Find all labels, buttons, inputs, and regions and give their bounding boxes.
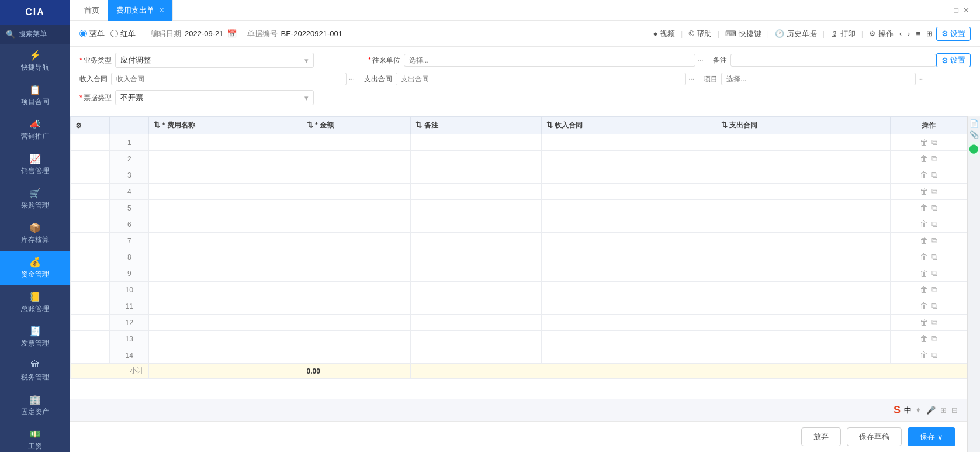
cell-name-4[interactable] — [149, 184, 302, 200]
col-remark[interactable]: ⇅ 备注 — [411, 117, 542, 134]
cell-income-10[interactable] — [542, 282, 716, 298]
rs-note-icon[interactable]: 📄 — [969, 119, 979, 128]
cell-remark-2[interactable] — [411, 151, 542, 167]
delete-icon-10[interactable]: 🗑 — [920, 285, 928, 295]
sidebar-item-capital[interactable]: 💰资金管理 — [0, 251, 70, 285]
cell-amount-10[interactable] — [302, 282, 411, 298]
cell-expense-1[interactable] — [716, 134, 891, 151]
tab-expense-close[interactable]: ✕ — [159, 6, 164, 14]
copy-icon-7[interactable]: ⧉ — [931, 236, 937, 246]
sidebar-item-project-contract[interactable]: 📋项目合同 — [0, 78, 70, 113]
cell-name-14[interactable] — [149, 347, 302, 364]
copy-icon-3[interactable]: ⧉ — [931, 170, 937, 180]
cell-expense-7[interactable] — [716, 233, 891, 249]
cell-amount-11[interactable] — [302, 298, 411, 315]
cell-expense-3[interactable] — [716, 167, 891, 184]
cell-expense-11[interactable] — [716, 298, 891, 315]
copy-icon-9[interactable]: ⧉ — [931, 268, 937, 278]
project-input[interactable] — [721, 73, 916, 85]
cell-income-5[interactable] — [542, 200, 716, 216]
print-btn[interactable]: 🖨 打印 — [830, 29, 856, 39]
delete-icon-4[interactable]: 🗑 — [920, 187, 928, 196]
col-name[interactable]: ⇅ * 费用名称 — [149, 117, 302, 134]
cell-income-6[interactable] — [542, 216, 716, 233]
cell-remark-11[interactable] — [411, 298, 542, 315]
partner-input[interactable] — [404, 54, 695, 67]
cell-name-12[interactable] — [149, 315, 302, 331]
copy-icon-4[interactable]: ⧉ — [931, 187, 937, 196]
invoice-type-select[interactable]: 不开票 ▾ — [115, 90, 314, 105]
expense-dots[interactable]: ··· — [688, 75, 694, 83]
cell-remark-13[interactable] — [411, 331, 542, 347]
cell-amount-14[interactable] — [302, 347, 411, 364]
cell-remark-6[interactable] — [411, 216, 542, 233]
cell-expense-2[interactable] — [716, 151, 891, 167]
cell-expense-12[interactable] — [716, 315, 891, 331]
delete-icon-11[interactable]: 🗑 — [920, 301, 928, 311]
rs-attach-icon[interactable]: 📎 — [969, 130, 979, 139]
footer-icon-4[interactable]: ⊟ — [951, 406, 958, 415]
help-btn[interactable]: © 帮助 — [688, 29, 711, 39]
cell-remark-1[interactable] — [411, 134, 542, 151]
history-btn[interactable]: 🕐 历史单据 — [775, 29, 817, 39]
setting-btn[interactable]: ⚙ 设置 — [936, 27, 971, 41]
cell-remark-14[interactable] — [411, 347, 542, 364]
col-setting[interactable]: ⚙ — [71, 117, 110, 134]
close-icon[interactable]: ✕ — [963, 6, 969, 15]
cell-name-2[interactable] — [149, 151, 302, 167]
cell-expense-5[interactable] — [716, 200, 891, 216]
cell-expense-8[interactable] — [716, 249, 891, 265]
delete-icon-8[interactable]: 🗑 — [920, 252, 928, 262]
copy-icon-5[interactable]: ⧉ — [931, 203, 937, 213]
cell-remark-4[interactable] — [411, 184, 542, 200]
income-dots[interactable]: ··· — [349, 75, 355, 83]
cell-expense-10[interactable] — [716, 282, 891, 298]
income-contract-input[interactable] — [111, 73, 347, 85]
cell-name-11[interactable] — [149, 298, 302, 315]
cell-amount-13[interactable] — [302, 331, 411, 347]
sidebar-item-tax[interactable]: 🏛税务管理 — [0, 354, 70, 388]
cell-expense-6[interactable] — [716, 216, 891, 233]
delete-icon-1[interactable]: 🗑 — [920, 137, 928, 147]
cell-amount-12[interactable] — [302, 315, 411, 331]
sidebar-item-marketing[interactable]: 📣营销推广 — [0, 113, 70, 147]
shortcuts-btn[interactable]: ⌨ 快捷键 — [725, 29, 761, 39]
cell-expense-9[interactable] — [716, 265, 891, 282]
cell-expense-13[interactable] — [716, 331, 891, 347]
cell-name-13[interactable] — [149, 331, 302, 347]
more-btn[interactable]: ⚙ 操作 — [869, 29, 894, 39]
cell-remark-12[interactable] — [411, 315, 542, 331]
cell-amount-1[interactable] — [302, 134, 411, 151]
sidebar-item-quick-nav[interactable]: ⚡快捷导航 — [0, 44, 70, 78]
tab-home[interactable]: 首页 — [76, 0, 108, 21]
cell-remark-8[interactable] — [411, 249, 542, 265]
cell-amount-3[interactable] — [302, 167, 411, 184]
delete-icon-12[interactable]: 🗑 — [920, 318, 928, 327]
copy-icon-2[interactable]: ⧉ — [931, 154, 937, 164]
footer-icon-3[interactable]: ⊞ — [940, 406, 947, 415]
cell-income-13[interactable] — [542, 331, 716, 347]
cell-amount-7[interactable] — [302, 233, 411, 249]
partner-dots[interactable]: ··· — [698, 56, 704, 64]
cell-name-8[interactable] — [149, 249, 302, 265]
col-income-contract[interactable]: ⇅ 收入合同 — [542, 117, 716, 134]
cell-name-7[interactable] — [149, 233, 302, 249]
cell-remark-9[interactable] — [411, 265, 542, 282]
cell-income-11[interactable] — [542, 298, 716, 315]
discard-button[interactable]: 放弃 — [801, 427, 841, 446]
copy-icon-1[interactable]: ⧉ — [931, 137, 937, 147]
cell-name-1[interactable] — [149, 134, 302, 151]
sidebar-item-purchase[interactable]: 🛒采购管理 — [0, 182, 70, 216]
save-button[interactable]: 保存 ∨ — [908, 427, 955, 446]
view-grid-btn[interactable]: ⊞ — [926, 29, 933, 38]
cell-name-6[interactable] — [149, 216, 302, 233]
cell-remark-5[interactable] — [411, 200, 542, 216]
col-amount[interactable]: ⇅ * 金额 — [302, 117, 411, 134]
copy-icon-13[interactable]: ⧉ — [931, 334, 937, 344]
sidebar-search[interactable]: 🔍 搜索菜单 — [0, 25, 70, 44]
minimize-icon[interactable]: — — [941, 6, 949, 15]
copy-icon-6[interactable]: ⧉ — [931, 219, 937, 229]
maximize-icon[interactable]: □ — [954, 6, 958, 15]
copy-icon-10[interactable]: ⧉ — [931, 285, 937, 295]
radio-red[interactable]: 红单 — [110, 29, 136, 39]
